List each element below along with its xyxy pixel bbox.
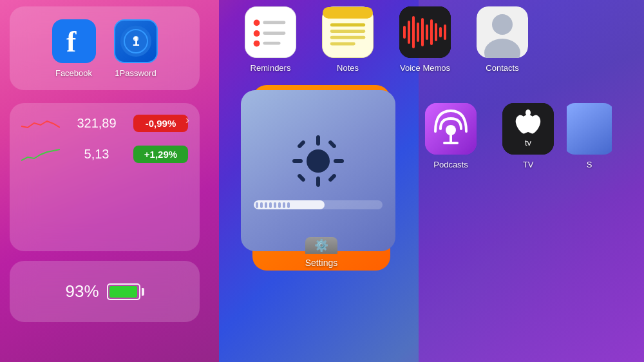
stock-chart-2 [21, 144, 60, 164]
left-section: f Facebook 1 1Password › [0, 0, 213, 362]
settings-brightness-card [241, 90, 395, 251]
stock-row-1: 321,89 -0,99% [21, 113, 188, 133]
facebook-icon: f [52, 19, 96, 63]
svg-rect-14 [323, 7, 373, 19]
svg-rect-36 [334, 159, 344, 163]
contacts-label: Contacts [486, 63, 518, 73]
stock-value-1: 321,89 [60, 116, 133, 131]
appletv-label: TV [523, 160, 534, 169]
svg-rect-39 [297, 173, 306, 182]
svg-point-31 [492, 14, 513, 35]
stock-row-2: 5,13 +1,29% [21, 144, 188, 164]
svg-rect-18 [330, 43, 355, 46]
svg-rect-23 [417, 23, 419, 42]
stock-value-2: 5,13 [60, 147, 133, 162]
stocks-widget: › 321,89 -0,99% 5,13 +1,29% [10, 103, 200, 251]
svg-rect-40 [328, 173, 337, 182]
notes-app[interactable]: Notes [309, 6, 386, 73]
svg-rect-19 [399, 6, 451, 58]
contacts-app[interactable]: Contacts [464, 6, 541, 73]
battery-fill [109, 286, 137, 298]
reminders-icon [245, 6, 296, 58]
svg-rect-9 [263, 32, 285, 35]
brightness-bar [254, 200, 383, 209]
brightness-sun-icon [289, 132, 347, 190]
svg-point-8 [254, 30, 260, 37]
battery-percent: 93% [65, 281, 99, 301]
svg-point-43 [446, 125, 456, 135]
settings-gear-peek: ⚙️ [305, 237, 337, 254]
svg-point-4 [133, 36, 138, 41]
svg-point-47 [526, 110, 531, 116]
partial-label: S [587, 160, 592, 169]
svg-text:tv: tv [525, 138, 532, 148]
partial-app[interactable]: S [567, 103, 612, 169]
battery-body [107, 283, 140, 300]
podcasts-app[interactable]: Podcasts [412, 103, 489, 169]
podcasts-label: Podcasts [433, 160, 468, 169]
voicememos-icon [399, 6, 451, 58]
battery-icon [107, 283, 144, 300]
svg-text:f: f [66, 27, 77, 55]
partial-icon [567, 103, 612, 155]
stock-badge-2: +1,29% [133, 146, 188, 163]
settings-label-area: ⚙️ Settings [241, 237, 402, 271]
battery-widget: 93% [10, 261, 200, 322]
stocks-chevron[interactable]: › [185, 113, 189, 127]
screen-content: f Facebook 1 1Password › [0, 0, 644, 362]
svg-rect-25 [426, 24, 428, 40]
appletv-app[interactable]: tv TV [489, 103, 567, 169]
stock-chart-1 [21, 113, 60, 133]
facebook-label: Facebook [55, 68, 92, 78]
settings-widget[interactable]: ⚙️ Settings [241, 90, 402, 271]
svg-rect-20 [403, 26, 406, 39]
svg-point-6 [254, 20, 260, 26]
notes-label: Notes [337, 63, 359, 73]
notes-icon [322, 6, 374, 58]
voicememos-label: Voice Memos [400, 63, 450, 73]
svg-point-41 [307, 149, 330, 173]
svg-rect-26 [430, 19, 433, 45]
reminders-label: Reminders [251, 63, 291, 73]
voicememos-app[interactable]: Voice Memos [386, 6, 464, 73]
svg-rect-28 [439, 27, 442, 37]
reminders-app[interactable]: Reminders [232, 6, 309, 73]
onepassword-label: 1Password [115, 68, 156, 78]
svg-rect-37 [297, 140, 306, 149]
svg-rect-33 [316, 135, 320, 146]
svg-rect-7 [263, 21, 285, 24]
stock-badge-1: -0,99% [133, 115, 188, 132]
settings-label: Settings [305, 258, 338, 268]
svg-rect-35 [292, 159, 303, 163]
apps-card: f Facebook 1 1Password [10, 6, 200, 90]
onepassword-icon: 1 [114, 19, 158, 63]
facebook-app[interactable]: f Facebook [52, 19, 96, 78]
onepassword-app[interactable]: 1 1Password [114, 19, 158, 78]
top-app-row: Reminders Notes [232, 6, 644, 73]
brightness-fill [254, 200, 325, 209]
podcasts-icon [425, 103, 477, 155]
svg-rect-22 [412, 16, 415, 48]
svg-rect-24 [421, 18, 424, 46]
contacts-icon [477, 6, 528, 58]
svg-rect-21 [408, 21, 410, 44]
battery-tip [142, 288, 144, 296]
bottom-app-row: Podcasts tv TV S [412, 103, 644, 169]
svg-rect-16 [330, 30, 366, 33]
svg-rect-27 [435, 23, 437, 41]
svg-rect-29 [444, 24, 446, 40]
svg-rect-34 [316, 176, 320, 187]
svg-rect-17 [330, 36, 366, 39]
appletv-icon: tv [502, 103, 554, 155]
svg-point-10 [254, 41, 260, 47]
svg-rect-11 [263, 42, 280, 45]
svg-rect-38 [328, 140, 337, 149]
svg-rect-15 [330, 23, 366, 26]
